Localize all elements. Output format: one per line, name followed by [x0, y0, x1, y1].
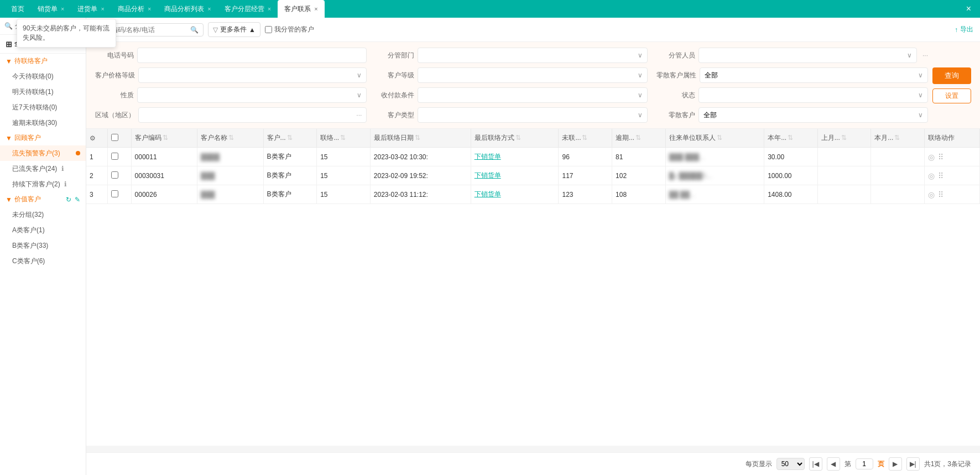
filter-price-grade-select[interactable]: ∨ [138, 67, 367, 83]
filter-region-select[interactable]: ··· [138, 107, 367, 123]
filter-phone-input[interactable] [137, 48, 367, 63]
sort-icon[interactable]: ⇅ [340, 134, 346, 142]
sort-icon[interactable]: ⇅ [894, 134, 900, 142]
filter-manager-select[interactable]: ∨ [698, 48, 917, 63]
row-checkbox-input[interactable] [111, 153, 118, 160]
sort-icon[interactable]: ⇅ [415, 134, 420, 142]
next-page-button[interactable]: ▶ [889, 457, 902, 471]
tab-customer-layer[interactable]: 客户分层经营 × [218, 0, 278, 18]
filter-property-select[interactable]: ∨ [137, 87, 367, 103]
filter-zero-customer: 零散客户 全部 ∨ [656, 107, 928, 123]
filter-customer-grade-select[interactable]: ∨ [418, 67, 647, 83]
chevron-down-icon: ∨ [918, 111, 923, 119]
tab-close-icon[interactable]: × [268, 6, 271, 12]
filter-payment-select[interactable]: ∨ [418, 87, 647, 103]
first-page-button[interactable]: |◀ [809, 457, 822, 471]
contact-method-link[interactable]: 下销货单 [475, 153, 501, 160]
more-conditions-button[interactable]: ▽ 更多条件 ▲ [208, 22, 260, 37]
contact-icon[interactable]: ◎ [928, 190, 935, 199]
sort-icon[interactable]: ⇅ [163, 134, 168, 142]
row-uncontact: 96 [559, 148, 612, 166]
sidebar-section-review[interactable]: ▼ 回顾客户 [0, 131, 86, 145]
tab-home[interactable]: 首页 [4, 0, 31, 18]
sidebar-item-b-class[interactable]: B类客户(33) [0, 238, 86, 253]
sort-icon[interactable]: ⇅ [228, 134, 234, 142]
tab-active-close-icon[interactable]: × [314, 6, 317, 12]
chevron-down-icon: ∨ [918, 71, 923, 79]
more-action-icon[interactable]: ⠿ [938, 190, 943, 199]
filter-customer-type-select[interactable]: ∨ [418, 107, 647, 123]
sidebar-item-a-class[interactable]: A类客户(1) [0, 222, 86, 238]
sort-icon[interactable]: ⇅ [582, 134, 587, 142]
table-row: 2 00030031 ███ B类客户 15 2023-02-09 19:52:… [86, 166, 980, 185]
contact-method-link[interactable]: 下销货单 [475, 190, 501, 198]
tab-close-icon[interactable]: × [101, 6, 104, 12]
page-input[interactable] [856, 458, 873, 469]
sidebar-item-ungroup[interactable]: 未分组(32) [0, 207, 86, 222]
tab-purchase-order[interactable]: 进货单 × [71, 0, 111, 18]
sort-icon[interactable]: ⇅ [287, 134, 293, 142]
more-action-icon[interactable]: ⠿ [938, 171, 943, 180]
filter-price-grade: 客户价格等级 ∨ [95, 67, 367, 83]
my-customers-checkbox-label[interactable]: 我分管的客户 [265, 25, 314, 34]
sidebar-item-overdue-pending[interactable]: 逾期未联络(30) [0, 115, 86, 131]
export-button[interactable]: ↑ 导出 [955, 25, 973, 34]
row-actions: ◎ ⠿ [924, 166, 979, 185]
select-all-checkbox[interactable] [111, 134, 118, 141]
sidebar-section-value[interactable]: ▼ 价值客户 ↻ ✎ [0, 192, 86, 207]
tab-close-icon[interactable]: × [148, 6, 151, 12]
sidebar-item-already-churn[interactable]: 已流失客户(24) ℹ [0, 161, 86, 176]
row-unit-contact: ███ ███... [665, 148, 764, 166]
tab-close-icon[interactable]: × [207, 6, 211, 12]
per-page-select[interactable]: 50 100 200 [776, 458, 805, 470]
prev-page-button[interactable]: ◀ [827, 457, 840, 471]
row-this-month [871, 148, 925, 166]
sidebar-item-declining[interactable]: 持续下滑客户(2) ℹ [0, 176, 86, 192]
sidebar-item-tomorrow-pending[interactable]: 明天待联络(1) [0, 84, 86, 100]
region-more-icon[interactable]: ··· [356, 111, 362, 119]
column-gear[interactable]: ⚙ [86, 129, 107, 148]
refresh-icon[interactable]: ↻ [66, 196, 71, 203]
sidebar-item-c-class[interactable]: C类客户(6) [0, 253, 86, 269]
last-page-button[interactable]: ▶| [906, 457, 920, 471]
sidebar: 🔍 ⊞ 全部客户 « ▼ 待联络客户 今天待联络(0) 明天待联络(1) 近7天… [0, 18, 86, 475]
search-button-icon[interactable]: 🔍 [190, 26, 199, 34]
tab-sales-order[interactable]: 销货单 × [31, 0, 71, 18]
contact-method-link[interactable]: 下销货单 [475, 171, 501, 179]
window-close-button[interactable]: × [962, 4, 976, 14]
contact-icon[interactable]: ◎ [928, 171, 935, 180]
tab-product-analysis-list[interactable]: 商品分析列表 × [158, 0, 217, 18]
sidebar-item-7day-pending[interactable]: 近7天待联络(0) [0, 100, 86, 115]
tab-close-icon[interactable]: × [61, 6, 64, 12]
sort-icon[interactable]: ⇅ [788, 134, 793, 142]
horizontal-scrollbar[interactable] [86, 446, 980, 452]
query-button[interactable]: 查询 [932, 67, 971, 84]
filter-status-select[interactable]: ∨ [698, 87, 928, 103]
column-name: 客户名称⇅ [197, 129, 264, 148]
grid-icon: ⊞ [6, 40, 12, 49]
sidebar-section-pending[interactable]: ▼ 待联络客户 [0, 54, 86, 69]
sort-icon[interactable]: ⇅ [635, 134, 641, 142]
row-checkbox [107, 148, 131, 166]
filter-zero-attr-select[interactable]: 全部 ∨ [700, 67, 928, 83]
contact-icon[interactable]: ◎ [928, 153, 935, 161]
my-customers-checkbox[interactable] [265, 26, 272, 33]
row-contact-count: 15 [317, 185, 371, 204]
row-contact-count: 15 [317, 148, 371, 166]
filter-zero-customer-select[interactable]: 全部 ∨ [698, 107, 928, 123]
tab-customer-contact[interactable]: 客户联系 × [278, 0, 324, 18]
gear-icon[interactable]: ⚙ [90, 134, 96, 142]
row-checkbox-input[interactable] [111, 190, 118, 197]
more-action-icon[interactable]: ⠿ [938, 153, 943, 161]
sort-icon[interactable]: ⇅ [717, 134, 722, 142]
tab-product-analysis[interactable]: 商品分析 × [111, 0, 158, 18]
sidebar-item-today-pending[interactable]: 今天待联络(0) [0, 69, 86, 84]
sidebar-item-churn-warning[interactable]: 流失预警客户(3) [0, 145, 86, 161]
row-checkbox-input[interactable] [111, 171, 118, 179]
manager-more-icon[interactable]: ··· [922, 51, 928, 59]
sort-icon[interactable]: ⇅ [841, 134, 847, 142]
edit-icon[interactable]: ✎ [75, 196, 80, 203]
settings-button[interactable]: 设置 [932, 88, 971, 103]
filter-dept-select[interactable]: ∨ [418, 48, 647, 63]
sort-icon[interactable]: ⇅ [515, 134, 521, 142]
